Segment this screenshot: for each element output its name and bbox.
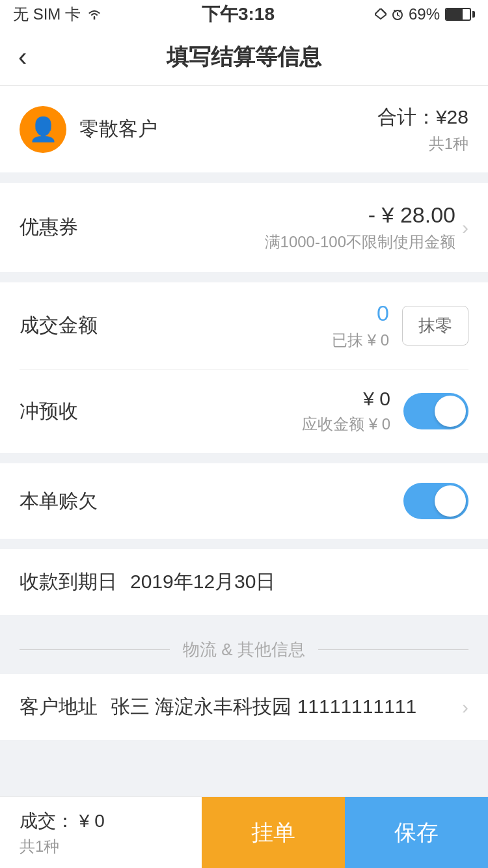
divider-line-left [20,649,170,650]
battery-percent: 69% [409,5,440,23]
coupon-chevron-right-icon: › [462,217,468,239]
no-sim-label: 无 SIM 卡 [13,4,81,25]
debt-label: 本单赊欠 [20,488,98,515]
coupon-amount: - ¥ 28.00 [265,202,455,228]
divider-line-right [318,649,468,650]
avatar-icon: 👤 [29,116,58,143]
duedate-row: 收款到期日 2019年12月30日 [0,549,488,615]
status-bar: 无 SIM 卡 下午3:18 69% [0,0,488,29]
logistics-divider: 物流 & 其他信息 [0,625,488,674]
debt-toggle-circle [435,485,466,517]
customer-row: 👤 零散客户 合计：¥28 共1种 [0,86,488,172]
deal-value: ¥ 0 [79,811,105,831]
customer-total: 合计：¥28 共1种 [377,104,468,154]
transaction-row: 成交金额 0 已抹 ¥ 0 抹零 [20,282,468,370]
round-zero-button[interactable]: 抹零 [402,306,468,346]
debt-section: 本单赊欠 [0,463,488,539]
bottom-info: 成交： ¥ 0 共1种 [0,809,202,857]
debt-row: 本单赊欠 [20,463,468,539]
status-left: 无 SIM 卡 [13,4,102,25]
prepayment-sub: 应收金额 ¥ 0 [302,414,390,435]
total-count: 共1种 [377,133,468,154]
prepayment-toggle[interactable] [403,393,468,429]
alarm-icon [392,8,403,20]
coupon-right: - ¥ 28.00 满1000-100不限制使用金额 › [265,202,468,252]
coupon-label: 优惠券 [20,214,78,241]
status-right: 69% [375,5,475,23]
coupon-desc: 满1000-100不限制使用金额 [265,232,455,252]
bottom-count: 共1种 [20,836,182,857]
back-button[interactable]: ‹ [18,42,27,72]
nav-bar: ‹ 填写结算等信息 [0,29,488,86]
logistics-label: 物流 & 其他信息 [183,638,305,661]
prepayment-right: ¥ 0 应收金额 ¥ 0 [302,388,468,435]
coupon-discount: - ¥ 28.00 满1000-100不限制使用金额 [265,202,455,252]
prepayment-value-container: ¥ 0 应收金额 ¥ 0 [302,388,390,435]
prepayment-label: 冲预收 [20,398,78,425]
main-content: 👤 零散客户 合计：¥28 共1种 优惠券 - ¥ 28.00 满1000-10… [0,86,488,828]
avatar: 👤 [20,106,66,153]
svg-line-4 [398,15,400,16]
deal-prefix: 成交： [20,811,74,831]
transaction-label: 成交金额 [20,312,98,339]
bottom-deal-label: 成交： ¥ 0 [20,809,182,834]
pending-button[interactable]: 挂单 [202,797,345,869]
bottom-bar: 成交： ¥ 0 共1种 挂单 保存 [0,796,488,868]
transaction-right: 0 已抹 ¥ 0 抹零 [332,301,468,351]
prepayment-value: ¥ 0 [302,388,390,410]
prepayment-row: 冲预收 ¥ 0 应收金额 ¥ 0 [20,370,468,453]
svg-marker-0 [375,8,386,19]
address-value: 张三 海淀永丰科技园 11111111111 [111,694,462,720]
address-chevron-right-icon: › [462,696,468,718]
address-label: 客户地址 [20,694,98,720]
debt-toggle[interactable] [403,483,468,519]
duedate-label: 收款到期日 [20,569,117,595]
transaction-value: 0 [332,301,389,326]
status-time: 下午3:18 [202,2,275,27]
customer-name: 零散客户 [79,116,157,142]
coupon-row[interactable]: 优惠券 - ¥ 28.00 满1000-100不限制使用金额 › [0,183,488,272]
page-title: 填写结算等信息 [167,42,321,72]
address-row[interactable]: 客户地址 张三 海淀永丰科技园 11111111111 › [0,674,488,740]
wifi-icon [87,9,102,20]
customer-info: 👤 零散客户 [20,106,157,153]
transaction-value-container: 0 已抹 ¥ 0 [332,301,389,351]
location-icon [375,8,386,20]
svg-line-1 [381,8,386,14]
transaction-section: 成交金额 0 已抹 ¥ 0 抹零 冲预收 ¥ 0 应收金额 ¥ 0 [0,282,488,453]
transaction-sub: 已抹 ¥ 0 [332,330,389,351]
save-button[interactable]: 保存 [345,797,488,869]
toggle-circle [435,396,466,427]
total-amount: 合计：¥28 [377,104,468,131]
battery-icon [445,8,475,21]
duedate-value: 2019年12月30日 [130,569,275,595]
